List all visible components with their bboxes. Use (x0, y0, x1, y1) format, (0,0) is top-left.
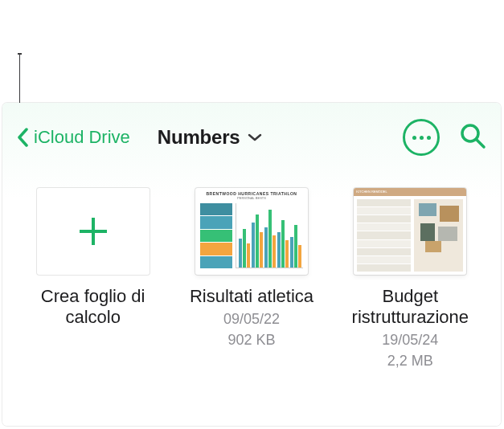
document-date: 09/05/22 (223, 310, 280, 328)
document-label: Risultati atletica (190, 286, 313, 307)
document-size: 902 KB (227, 331, 275, 349)
document-thumbnail: KITCHEN REMODEL (354, 188, 466, 275)
bar-chart-icon (236, 203, 303, 268)
document-label: Budget ristrutturazione (347, 286, 473, 328)
table-icon (357, 199, 411, 272)
document-size: 2,2 MB (387, 352, 433, 370)
file-browser-window: iCloud Drive Numbers (2, 103, 501, 426)
thumb-heading: BRENTWOOD HURRICANES TRIATHLON (195, 188, 308, 196)
create-thumbnail (37, 188, 150, 275)
folder-title: Numbers (158, 126, 240, 149)
callout-leader-line (19, 55, 20, 104)
chevron-down-icon (248, 133, 262, 141)
search-icon (459, 122, 486, 149)
back-label: iCloud Drive (34, 127, 130, 148)
document-tile-risultati-atletica[interactable]: BRENTWOOD HURRICANES TRIATHLON PERSONAL … (188, 188, 314, 370)
moodboard-icon (414, 199, 463, 272)
search-button[interactable] (459, 122, 486, 153)
document-thumbnail: BRENTWOOD HURRICANES TRIATHLON PERSONAL … (195, 188, 308, 275)
more-options-button[interactable] (403, 119, 440, 156)
thumb-heading: KITCHEN REMODEL (354, 188, 466, 196)
plus-icon (80, 218, 107, 245)
chevron-left-icon (17, 128, 29, 147)
navigation-bar: iCloud Drive Numbers (2, 103, 501, 172)
ellipsis-icon (412, 136, 431, 140)
document-grid: Crea foglio di calcolo BRENTWOOD HURRICA… (2, 172, 501, 370)
folder-title-button[interactable]: Numbers (158, 126, 263, 149)
create-label: Crea foglio di calcolo (30, 286, 156, 328)
document-tile-budget-ristrutturazione[interactable]: KITCHEN REMODEL (347, 188, 473, 370)
back-button[interactable]: iCloud Drive (17, 127, 130, 148)
document-date: 19/05/24 (382, 331, 438, 349)
create-spreadsheet-tile[interactable]: Crea foglio di calcolo (30, 188, 156, 370)
